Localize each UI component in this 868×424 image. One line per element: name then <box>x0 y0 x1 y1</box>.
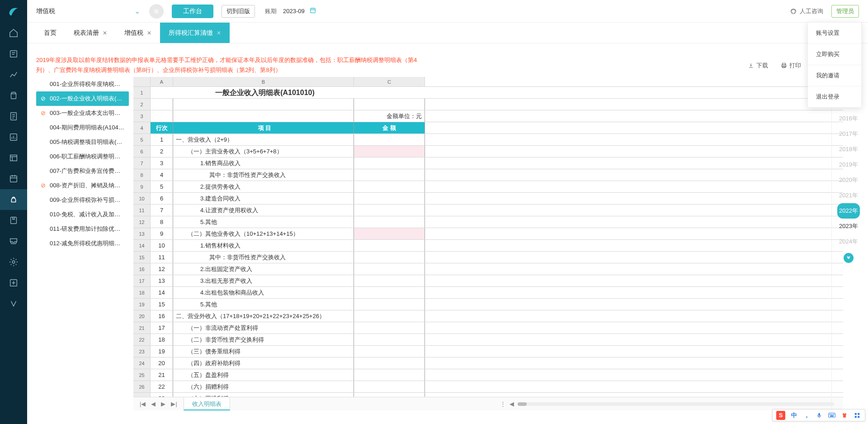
form-list-item[interactable]: 011-研发费用加计扣除优惠... <box>36 222 129 236</box>
form-list-item[interactable]: 010-免税、减计收入及加计... <box>36 207 129 222</box>
table-cell[interactable]: （二）非货币性资产交换利得 <box>173 334 354 345</box>
table-cell[interactable] <box>151 110 173 122</box>
table-cell[interactable]: 1.销售材料收入 <box>173 240 354 251</box>
table-cell[interactable]: （二）其他业务收入（10+12+13+14+15） <box>173 228 354 239</box>
ime-lang[interactable]: 中 <box>790 411 798 419</box>
company-dropdown[interactable]: 增值税 ⌄ <box>36 7 140 15</box>
close-icon[interactable]: ✕ <box>217 30 221 36</box>
table-cell[interactable]: 行次 <box>151 122 173 133</box>
nav-v-icon[interactable] <box>0 293 27 314</box>
table-row[interactable]: 1一般企业收入明细表(A101010) <box>133 87 843 99</box>
table-cell[interactable]: 1 <box>151 134 173 145</box>
user-menu-item[interactable]: 账号设置 <box>808 23 861 44</box>
table-cell[interactable] <box>354 87 425 98</box>
table-cell[interactable]: 23 <box>151 393 173 397</box>
year-option[interactable]: 2023年 <box>837 219 860 234</box>
table-cell[interactable] <box>354 146 425 157</box>
table-cell[interactable]: （四）政府补助利得 <box>173 357 354 369</box>
user-menu-item[interactable]: 退出登录 <box>808 86 861 107</box>
close-icon[interactable]: ✕ <box>147 30 151 36</box>
year-option[interactable]: 2016年 <box>837 111 860 126</box>
table-row[interactable]: 2622（六）捐赠利得 <box>133 381 843 393</box>
table-row[interactable]: 62（一）主营业务收入（3+5+6+7+8） <box>133 146 843 157</box>
table-row[interactable]: 952.提供劳务收入 <box>133 181 843 193</box>
table-row[interactable]: 3金额单位：元 <box>133 110 843 122</box>
row-header[interactable]: 23 <box>133 346 151 357</box>
row-header[interactable]: 10 <box>133 193 151 204</box>
table-row[interactable]: 139（二）其他业务收入（10+12+13+14+15） <box>133 228 843 240</box>
year-option[interactable]: 2024年 <box>837 234 860 249</box>
table-cell[interactable]: （七）罚没利得 <box>173 393 354 397</box>
table-cell[interactable]: 17 <box>151 322 173 333</box>
table-cell[interactable]: 7 <box>151 205 173 216</box>
table-row[interactable]: 14101.销售材料收入 <box>133 240 843 252</box>
nav-archive-icon[interactable] <box>0 210 27 231</box>
table-cell[interactable]: 2.出租固定资产收入 <box>173 263 354 275</box>
table-cell[interactable]: 12 <box>151 263 173 275</box>
table-row[interactable]: 16122.出租固定资产收入 <box>133 263 843 275</box>
table-row[interactable]: 731.销售商品收入 <box>133 157 843 169</box>
table-row[interactable]: 4行次项 目金 额 <box>133 122 843 134</box>
year-option[interactable]: 2019年 <box>837 157 860 172</box>
row-header[interactable]: 7 <box>133 157 151 169</box>
nav-settings-icon[interactable] <box>0 252 27 272</box>
sheet-tab[interactable]: 收入明细表 <box>184 397 230 410</box>
table-row[interactable]: 2 <box>133 99 843 110</box>
row-header[interactable]: 12 <box>133 216 151 228</box>
table-cell[interactable] <box>354 299 425 310</box>
form-list-item[interactable]: 006-职工薪酬纳税调整明细... <box>36 149 129 164</box>
ime-toolbar[interactable]: S 中 ， <box>772 409 865 421</box>
table-row[interactable]: 17133.出租无形资产收入 <box>133 275 843 287</box>
row-header[interactable]: 26 <box>133 381 151 392</box>
table-cell[interactable] <box>354 263 425 275</box>
table-cell[interactable]: （一）主营业务收入（3+5+6+7+8） <box>173 146 354 157</box>
ime-mic-icon[interactable] <box>815 411 823 419</box>
table-cell[interactable]: 1.销售商品收入 <box>173 157 354 169</box>
form-list-item[interactable]: 001-企业所得税年度纳税申... <box>36 77 129 91</box>
table-cell[interactable] <box>354 228 425 239</box>
year-option[interactable]: 2017年 <box>837 126 860 142</box>
table-row[interactable]: 18144.出租包装物和商品收入 <box>133 287 843 299</box>
year-option[interactable]: 2022年 <box>837 203 860 219</box>
ime-keyboard-icon[interactable] <box>828 411 836 419</box>
tab-0[interactable]: 首页 <box>35 23 65 43</box>
table-cell[interactable]: 4 <box>151 169 173 181</box>
grid-rows[interactable]: 1一般企业收入明细表(A101010)23金额单位：元4行次项 目金 额51一、… <box>133 87 843 397</box>
nav-home-icon[interactable] <box>0 23 27 43</box>
table-cell[interactable]: 20 <box>151 357 173 369</box>
horizontal-scrollbar[interactable]: ⋮◀ <box>230 397 843 410</box>
table-cell[interactable] <box>354 193 425 204</box>
table-cell[interactable]: 其中：非货币性资产交换收入 <box>173 169 354 181</box>
table-cell[interactable] <box>354 369 425 381</box>
table-cell[interactable]: 金 额 <box>354 122 425 133</box>
ime-skin-icon[interactable] <box>840 411 849 419</box>
row-header[interactable]: 9 <box>133 181 151 192</box>
row-header[interactable]: 20 <box>133 310 151 322</box>
table-row[interactable]: 51一、营业收入（2+9） <box>133 134 843 146</box>
year-more-button[interactable] <box>844 253 854 263</box>
form-list-item[interactable]: 009-企业所得税弥补亏损明... <box>36 193 129 207</box>
form-list-item[interactable]: ⊘002-一般企业收入明细表(A1... <box>36 91 129 106</box>
table-cell[interactable] <box>354 240 425 251</box>
table-cell[interactable]: 金额单位：元 <box>354 110 425 122</box>
table-cell[interactable]: 5.其他 <box>173 299 354 310</box>
table-cell[interactable] <box>354 216 425 228</box>
nav-inbox-icon[interactable] <box>0 231 27 252</box>
table-row[interactable]: 1063.建造合同收入 <box>133 193 843 205</box>
table-cell[interactable]: 3.建造合同收入 <box>173 193 354 204</box>
table-cell[interactable]: 5 <box>151 181 173 192</box>
nav-tax-icon[interactable] <box>0 189 27 210</box>
year-option[interactable]: 2020年 <box>837 172 860 188</box>
table-cell[interactable] <box>354 322 425 333</box>
row-header[interactable]: 11 <box>133 205 151 216</box>
table-row[interactable]: 2117（一）非流动资产处置利得 <box>133 322 843 334</box>
row-header[interactable]: 21 <box>133 322 151 333</box>
form-list-item[interactable]: 004-期间费用明细表(A1040... <box>36 120 129 135</box>
table-row[interactable]: 2420（四）政府补助利得 <box>133 357 843 369</box>
user-menu-item[interactable]: 立即购买 <box>808 44 861 65</box>
table-cell[interactable]: （六）捐赠利得 <box>173 381 354 392</box>
scrollbar-thumb[interactable] <box>518 402 527 406</box>
table-row[interactable]: 2319（三）债务重组利得 <box>133 346 843 357</box>
support-button[interactable]: 人工咨询 <box>790 7 823 15</box>
table-row[interactable]: 19155.其他 <box>133 299 843 310</box>
